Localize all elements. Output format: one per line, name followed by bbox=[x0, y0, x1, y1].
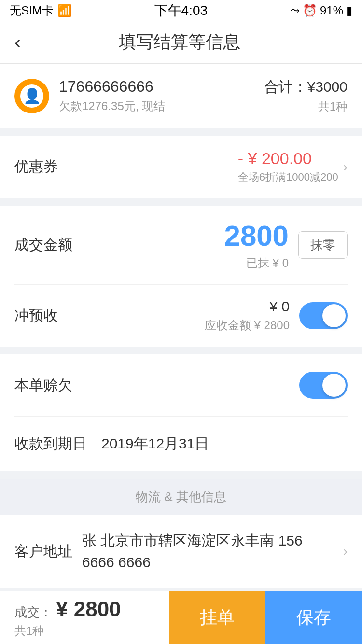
save-button[interactable]: 保存 bbox=[265, 591, 362, 644]
deal-number: 2800 bbox=[224, 219, 289, 252]
bottom-info: 成交： ¥ 2800 共1种 bbox=[0, 597, 169, 639]
deferred-toggle[interactable] bbox=[299, 372, 348, 399]
user-card: 👤 17666666666 欠款1276.35元, 现结 合计：¥3000 共1… bbox=[0, 64, 362, 128]
address-chevron-icon: › bbox=[343, 544, 348, 559]
sim-label: 无SIM卡 bbox=[10, 3, 54, 18]
battery-label: 91% bbox=[320, 4, 343, 17]
round-zero-button[interactable]: 抹零 bbox=[298, 231, 348, 259]
chevron-right-icon: › bbox=[343, 159, 348, 175]
discount-sub: 全场6折满1000减200 bbox=[238, 170, 338, 184]
back-button[interactable]: ‹ bbox=[14, 31, 21, 53]
user-total: 合计：¥3000 bbox=[264, 77, 348, 97]
prepay-row: 冲预收 ¥ 0 应收金额 ¥ 2800 bbox=[0, 285, 362, 347]
prepay-main: ¥ 0 bbox=[205, 298, 290, 315]
due-date-value: 2019年12月31日 bbox=[101, 434, 209, 454]
status-right: ⤳ ⏰ 91% ▮ bbox=[290, 4, 352, 17]
battery-icon: ▮ bbox=[346, 4, 352, 17]
user-count: 共1种 bbox=[264, 99, 348, 114]
user-phone: 17666666666 bbox=[59, 78, 165, 96]
address-value: 张 北京市市辖区海淀区永丰南 156 6666 6666 bbox=[82, 530, 334, 573]
prepay-sub: 应收金额 ¥ 2800 bbox=[205, 318, 290, 333]
prepay-values: ¥ 0 应收金额 ¥ 2800 bbox=[205, 298, 290, 333]
deferred-row: 本单赊欠 bbox=[0, 354, 362, 416]
deal-amount-label: 成交金额 bbox=[14, 235, 72, 255]
status-bar: 无SIM卡 📶 下午4:03 ⤳ ⏰ 91% ▮ bbox=[0, 0, 362, 21]
wifi-icon: 📶 bbox=[57, 4, 72, 17]
divider-line-right bbox=[251, 497, 348, 497]
hang-button[interactable]: 挂单 bbox=[169, 591, 265, 644]
user-avatar: 👤 bbox=[14, 79, 49, 113]
address-row[interactable]: 客户地址 张 北京市市辖区海淀区永丰南 156 6666 6666 › bbox=[0, 515, 362, 588]
status-left: 无SIM卡 📶 bbox=[10, 3, 72, 18]
deferred-section: 本单赊欠 收款到期日 2019年12月31日 bbox=[0, 354, 362, 471]
divider-text: 物流 & 其他信息 bbox=[126, 489, 236, 505]
toggle-thumb bbox=[322, 304, 346, 327]
deal-sub: 已抹 ¥ 0 bbox=[224, 255, 289, 271]
discount-value-block: - ¥ 200.00 全场6折满1000减200 bbox=[238, 149, 338, 184]
discount-label: 优惠券 bbox=[14, 157, 58, 177]
due-date-label: 收款到期日 bbox=[14, 434, 87, 454]
discount-row[interactable]: 优惠券 - ¥ 200.00 全场6折满1000减200 › bbox=[0, 136, 362, 198]
page-title: 填写结算等信息 bbox=[30, 30, 328, 54]
user-info: 17666666666 欠款1276.35元, 现结 bbox=[59, 78, 165, 114]
address-label: 客户地址 bbox=[14, 542, 72, 561]
avatar-icon: 👤 bbox=[20, 84, 43, 108]
deferred-label: 本单赊欠 bbox=[14, 376, 72, 395]
deal-right: 2800 已抹 ¥ 0 抹零 bbox=[224, 219, 348, 271]
deal-col: 2800 已抹 ¥ 0 bbox=[224, 219, 289, 271]
deal-section: 成交金额 2800 已抹 ¥ 0 抹零 冲预收 ¥ 0 应收金额 ¥ 2800 bbox=[0, 206, 362, 347]
discount-section: 优惠券 - ¥ 200.00 全场6折满1000减200 › bbox=[0, 136, 362, 198]
deal-amount-row: 成交金额 2800 已抹 ¥ 0 抹零 bbox=[0, 206, 362, 284]
location-icon: ⤳ bbox=[290, 4, 300, 17]
discount-value: - ¥ 200.00 bbox=[238, 149, 338, 168]
bottom-count: 共1种 bbox=[14, 623, 154, 639]
status-time: 下午4:03 bbox=[154, 1, 208, 20]
discount-right: - ¥ 200.00 全场6折满1000减200 › bbox=[238, 149, 348, 184]
prepay-toggle[interactable] bbox=[299, 302, 348, 329]
deferred-toggle-thumb bbox=[322, 374, 346, 397]
user-debt: 欠款1276.35元, 现结 bbox=[59, 98, 165, 114]
prepay-right: ¥ 0 应收金额 ¥ 2800 bbox=[205, 298, 348, 333]
due-date-row: 收款到期日 2019年12月31日 bbox=[0, 417, 362, 471]
divider-line-left bbox=[14, 497, 111, 497]
bottom-bar: 成交： ¥ 2800 共1种 挂单 保存 bbox=[0, 591, 362, 644]
section-divider: 物流 & 其他信息 bbox=[0, 479, 362, 515]
user-left: 👤 17666666666 欠款1276.35元, 现结 bbox=[14, 78, 165, 114]
user-right: 合计：¥3000 共1种 bbox=[264, 77, 348, 114]
nav-bar: ‹ 填写结算等信息 bbox=[0, 21, 362, 64]
prepay-label: 冲预收 bbox=[14, 306, 58, 326]
alarm-icon: ⏰ bbox=[303, 4, 317, 17]
bottom-deal-label: 成交： bbox=[14, 604, 52, 621]
bottom-price: ¥ 2800 bbox=[56, 597, 121, 621]
